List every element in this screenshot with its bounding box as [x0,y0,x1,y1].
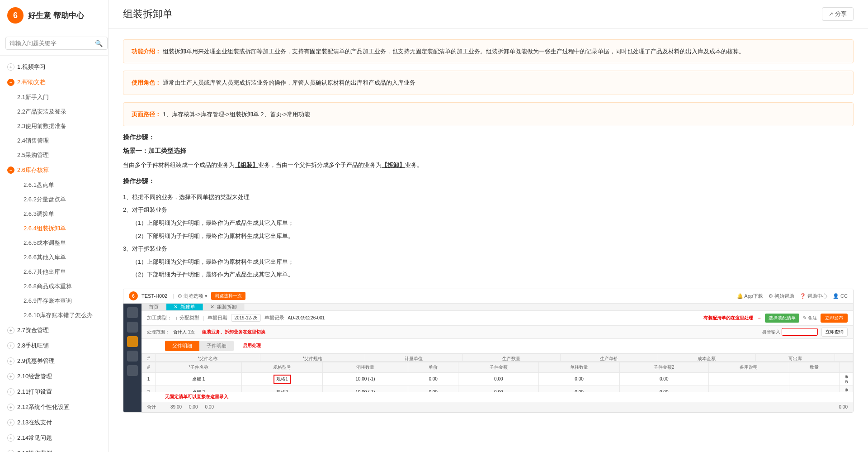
th-parent-name: *父件名称 [156,353,260,361]
right-input: 拼音输入 [762,328,818,336]
share-icon: ↗ [829,11,833,17]
sidebar-item-21[interactable]: 2.1新手入门 [0,90,108,105]
toolbar-date-val: 2019-12-26 [231,314,260,322]
role-block: 使用角色： 通常由生产人员或库管人员完成折装业务的操作，库管人员确认原材料的出库… [123,71,854,95]
type-toolbar: 处理范围： 合计人 1次 组装业务、拆卸业务在这里切换 拼音输入 立即查询 [142,326,853,339]
search-input[interactable] [5,37,108,50]
top-table: # *父件名称 *父件规格 计量单位 生产数量 生产单价 成本金额 可出库 [142,353,853,361]
sidebar-item-videos[interactable]: + 1.视频学习 [0,59,108,75]
th-unit: 计量单位 [365,353,462,361]
sidebar-item-28[interactable]: + 2.8手机旺铺 [0,338,108,353]
step-1: 1、根据不同的业务，选择不同单据的类型来处理 [123,191,854,204]
sidebar-item-267[interactable]: 2.6.7其他出库单 [0,265,108,279]
th-qty: 生产数量 [462,353,560,361]
ops-title: 操作步骤： [123,133,854,142]
bottom-table-container: # *子件名称 规格型号 消耗数量 单价 子件金额 单耗数量 子件金额2 备用说 [142,361,853,392]
nav-tree: + 1.视频学习 − 2.帮助文档 2.1新手入门 2.2产品安装及登录 2.3… [0,56,108,452]
sidebar-item-213[interactable]: + 2.13在线支付 [0,415,108,430]
scenario-desc-text: 当由多个子件材料组装成一个成品的业务为【组装】业务，当由一个父件拆分成多个子产品… [123,162,423,168]
sidebar-item-268[interactable]: 2.6.8商品成本重算 [0,279,108,294]
toolbar-type-org: ↓ 分配类型 [175,314,199,321]
th-price: 生产单价 [560,353,658,361]
screenshot: 6 TEST-H002 | ⚙ 浏览选项 ▾ 浏览选择一次 🔔 App下载 ⚙ … [123,289,854,413]
search-list-btn[interactable]: 立即查询 [821,328,848,337]
sidebar-item-2610[interactable]: 2.6.10库存账本错了怎么办 [0,308,108,323]
sidebar-item-263[interactable]: 2.6.3调拨单 [0,207,108,221]
expand-27-icon: + [7,327,14,334]
func-intro-text: 组装拆卸单用来处理企业组装或拆卸等加工业务，支持有固定装配清单的产品加工业务，也… [163,48,745,55]
app-sidebar-mini [123,304,142,412]
expand-28-icon: + [7,342,14,349]
th-cost: 成本金额 [658,353,755,361]
path-text: 1、库存核算->库存管理->组装拆卸单 2、首页->常用功能 [163,111,311,118]
app-topbar-right: 🔔 App下载 ⚙ 初始帮助 ❓ 帮助中心 👤 CC [737,293,848,300]
sidebar-item-22[interactable]: 2.2产品安装及登录 [0,105,108,119]
sidebar-item-269[interactable]: 2.6.9库存账本查询 [0,294,108,308]
orange-btn-topbar: 浏览选择一次 [211,292,245,300]
main-content: 功能介绍： 组装拆卸单用来处理企业组装或拆卸等加工业务，支持有固定装配清单的产品… [108,29,868,452]
bth-amt2: 子件金额2 [619,362,708,372]
sidebar-item-23[interactable]: 2.3使用前数据准备 [0,119,108,133]
sidebar-item-266[interactable]: 2.6.6其他入库单 [0,250,108,265]
confirm-btn[interactable]: 立即发布 [821,314,848,323]
app-toolbar: 加工类型： ↓ 分配类型 | 单据日期 2019-12-26 单据记录 AD-2… [142,311,853,326]
app-tab-home[interactable]: 首页 [142,304,166,310]
search-button[interactable]: 🔍 [95,40,103,47]
sidebar-item-215[interactable]: + 2.15操作案例 [0,446,108,452]
expand-210-icon: + [7,373,14,380]
toolbar-label-date: 单据日期 [208,314,227,321]
bth-qty: 消耗数量 [322,362,408,372]
sidebar-item-26[interactable]: − 2.6库存核算 [0,162,108,178]
app-topbar-logo: 6 [129,291,138,300]
sidebar-item-265[interactable]: 2.6.5成本调整单 [0,236,108,250]
sidebar-logo: 6 好生意 帮助中心 [0,0,108,31]
page-title: 组装拆卸单 [123,7,173,21]
bth-ops [840,362,853,372]
sidebar-item-25[interactable]: 2.5采购管理 [0,148,108,162]
collapse-26-icon: − [7,167,14,174]
step-3: 3、对于拆装业务 [123,243,854,256]
toolbar-code-val: AD-20191226-001 [288,315,325,320]
role-label: 使用角色： [132,79,161,86]
summary-row: 合计 89.00 0.00 0.00 0.00 [142,402,853,412]
tab-child-detail[interactable]: 子件明细 [199,341,234,351]
annotation-free-input: 无固定清单可以直接在这里录入 [165,394,228,399]
th-num: # [142,353,156,361]
tab-parent-detail[interactable]: 父件明细 [165,341,199,351]
select-list-btn[interactable]: 选择装配清单 [765,314,799,323]
sidebar-item-214[interactable]: + 2.14常见问题 [0,430,108,446]
sidebar-item-27[interactable]: + 2.7资金管理 [0,323,108,338]
bth-amt: 子件金额 [458,362,539,372]
scenario-title: 场景一：加工类型选择 [123,147,854,155]
func-intro-label: 功能介绍： [132,48,161,55]
expand-212-icon: + [7,404,14,411]
sidebar-item-264[interactable]: 2.6.4组装拆卸单 [0,221,108,236]
table-row: 1 桌腿 1 规格1 10.00 (-1) 0.00 0.00 0.00 [142,372,853,385]
expand-29-icon: + [7,357,14,365]
share-button[interactable]: ↗ 分享 [822,7,854,21]
sidebar-item-docs[interactable]: − 2.帮助文档 [0,75,108,90]
sidebar-icon-3 [127,336,138,347]
annotation-enable: 启用处理 [243,343,261,349]
app-tab-assembly[interactable]: ✕ 组装拆卸 [203,304,245,310]
bth-qty2: 数量 [789,362,839,372]
sidebar-item-24[interactable]: 2.4销售管理 [0,133,108,148]
app-tab-new[interactable]: ✕ 新建单 [166,304,203,310]
type-buttons-row: 父件明细 子件明细 启用处理 [142,339,853,353]
sidebar-item-262[interactable]: 2.6.2分量盘点单 [0,192,108,207]
sidebar-item-261[interactable]: 2.6.1盘点单 [0,178,108,192]
main: 组装拆卸单 ↗ 分享 功能介绍： 组装拆卸单用来处理企业组装或拆卸等加工业务，支… [108,0,868,452]
scenario-desc: 当由多个子件材料组装成一个成品的业务为【组装】业务，当由一个父件拆分成多个子产品… [123,159,854,172]
sidebar-item-211[interactable]: + 2.11打印设置 [0,384,108,400]
expand-214-icon: + [7,434,14,442]
sidebar-item-212[interactable]: + 2.12系统个性化设置 [0,400,108,415]
pinyin-input[interactable] [782,328,818,336]
app-logo-icon: 6 [7,7,24,24]
sidebar-item-29[interactable]: + 2.9优惠券管理 [0,353,108,369]
sidebar-icon-4 [127,351,138,362]
search-box: 🔍 [0,31,108,56]
sidebar-item-210[interactable]: + 2.10经营管理 [0,369,108,384]
app-name: 好生意 帮助中心 [28,10,84,21]
bth-unit2: 单耗数量 [539,362,619,372]
bth-spec: 规格型号 [242,362,322,372]
